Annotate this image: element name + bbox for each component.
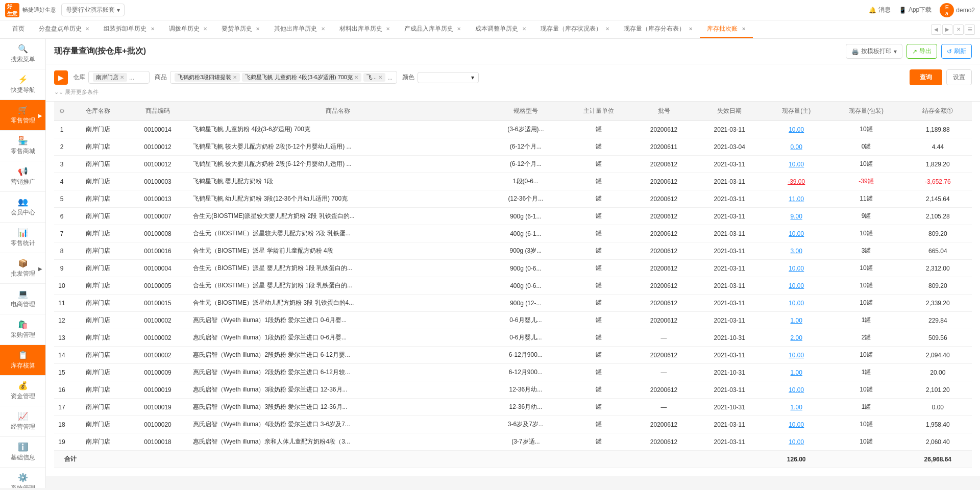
close-icon[interactable]: ✕ xyxy=(457,26,461,32)
tab-assembly-history[interactable]: 组装拆卸单历史 ✕ xyxy=(96,20,161,38)
close-icon[interactable]: ✕ xyxy=(742,26,746,32)
refresh-button[interactable]: ↺ 刷新 xyxy=(941,44,972,59)
sidebar-item-retail-stats[interactable]: 📊 零售统计 xyxy=(0,223,45,253)
tab-batch-account[interactable]: 库存批次账 ✕ xyxy=(700,20,752,38)
row-code: 00100003 xyxy=(127,173,189,190)
sidebar-item-basics[interactable]: ℹ️ 基础信息 xyxy=(0,437,45,468)
tab-material-outbound[interactable]: 材料出库单历史 ✕ xyxy=(332,20,397,38)
row-qty-pkg: 10罐 xyxy=(828,277,903,295)
sidebar-item-marketing[interactable]: 📢 营销推广 xyxy=(0,161,45,192)
expand-button[interactable]: ⌄⌄ 展开更多条件 xyxy=(54,88,972,96)
sidebar-item-retail[interactable]: 🛒 零售管理 ▶ xyxy=(0,100,45,131)
close-icon[interactable]: ✕ xyxy=(256,26,260,32)
query-button[interactable]: 查询 xyxy=(910,69,942,85)
chevron-down-icon: ▾ xyxy=(117,7,120,14)
warehouse-tags[interactable]: 南岸门店 ✕ ... xyxy=(88,71,150,84)
col-settings[interactable]: ⚙ xyxy=(54,102,69,121)
filter-dots-goods[interactable]: ... xyxy=(387,74,393,81)
goods-tag-3: 飞... ✕ xyxy=(363,73,385,82)
tab-other-outbound[interactable]: 其他出库单历史 ✕ xyxy=(267,20,332,38)
close-icon[interactable]: ✕ xyxy=(203,26,207,32)
row-qty-main[interactable]: 11.00 xyxy=(764,190,828,208)
row-qty-main[interactable]: 10.00 xyxy=(764,277,828,295)
clipboard-icon: 📋 xyxy=(3,350,42,360)
row-qty-main[interactable]: 2.00 xyxy=(764,329,828,347)
sidebar-item-members[interactable]: 👥 会员中心 xyxy=(0,192,45,223)
row-qty-main[interactable]: 10.00 xyxy=(764,225,828,242)
tag-close-icon[interactable]: ✕ xyxy=(378,75,382,80)
row-batch: 20200612 xyxy=(633,312,695,329)
close-icon[interactable]: ✕ xyxy=(522,26,526,32)
user-profile[interactable]: Ea demo2 xyxy=(940,3,975,17)
print-button[interactable]: 🖨️ 按模板打印 ▾ xyxy=(846,44,902,59)
export-button[interactable]: ↗ 导出 xyxy=(906,44,937,59)
color-input[interactable]: ▾ xyxy=(418,72,479,83)
row-qty-main[interactable]: 9.00 xyxy=(764,208,828,225)
sidebar-item-shop[interactable]: 🏪 零售商城 xyxy=(0,131,45,161)
row-qty-main[interactable]: 10.00 xyxy=(764,121,828,138)
nav-prev-arrow[interactable]: ◀ xyxy=(931,24,941,35)
sidebar-item-ecommerce[interactable]: 💻 电商管理 xyxy=(0,284,45,314)
filter-dots[interactable]: ... xyxy=(129,74,134,81)
close-icon[interactable]: ✕ xyxy=(85,26,89,32)
table-row: 6 南岸门店 00100007 合生元(BIOSTIME)派星较大婴儿配方奶粉 … xyxy=(54,208,972,225)
close-icon[interactable]: ✕ xyxy=(689,26,693,32)
row-qty-main[interactable]: 10.00 xyxy=(764,347,828,364)
nav-menu-icon[interactable]: ☰ xyxy=(965,24,975,35)
goods-tag-1: 飞鹤奶粉3段四罐提装 ✕ xyxy=(175,73,240,82)
close-icon[interactable]: ✕ xyxy=(321,26,325,32)
sidebar-item-inventory[interactable]: 📋 库存核算 xyxy=(0,345,45,376)
tag-close-icon[interactable]: ✕ xyxy=(354,75,358,80)
row-warehouse: 南岸门店 xyxy=(69,225,127,242)
expand-arrow-button[interactable]: ▶ xyxy=(54,70,68,85)
row-qty-main[interactable]: -39.00 xyxy=(764,173,828,190)
nav-close-all[interactable]: ✕ xyxy=(953,24,964,35)
close-icon[interactable]: ✕ xyxy=(151,26,155,32)
tab-stocktake-history[interactable]: 分盘盘点单历史 ✕ xyxy=(32,20,96,38)
app-download-button[interactable]: 📱 App下载 xyxy=(899,6,932,14)
row-qty-main[interactable]: 10.00 xyxy=(764,260,828,277)
close-icon[interactable]: ✕ xyxy=(605,26,609,32)
row-qty-main[interactable]: 1.00 xyxy=(764,312,828,329)
tag-close-icon[interactable]: ✕ xyxy=(233,75,237,80)
tab-product-inbound[interactable]: 产成品入库单历史 ✕ xyxy=(397,20,468,38)
row-qty-main[interactable]: 10.00 xyxy=(764,295,828,312)
close-icon[interactable]: ✕ xyxy=(386,26,390,32)
col-qty-pkg: 现存量(包装) xyxy=(828,102,903,121)
setting-button[interactable]: 设置 xyxy=(946,69,972,85)
row-expire: 2021-03-11 xyxy=(695,347,764,364)
row-code: 00100009 xyxy=(127,364,189,381)
tab-order-history[interactable]: 要货单历史 ✕ xyxy=(214,20,267,38)
tab-transfer-history[interactable]: 调拨单历史 ✕ xyxy=(162,20,214,38)
sidebar-item-quicknav[interactable]: ⚡ 快捷导航 xyxy=(0,69,45,100)
row-qty-main[interactable]: 1.00 xyxy=(764,364,828,381)
sidebar-item-search[interactable]: 🔍 搜索菜单 xyxy=(0,39,45,69)
row-amount: 4.44 xyxy=(904,138,972,156)
goods-tags[interactable]: 飞鹤奶粉3段四罐提装 ✕ 飞鹤星飞帆 儿童奶粉 4段(3-6岁适用) 700克 … xyxy=(170,71,397,84)
row-qty-main[interactable]: 10.00 xyxy=(764,381,828,399)
row-qty-main[interactable]: 10.00 xyxy=(764,156,828,173)
tab-home[interactable]: 首页 xyxy=(5,20,32,38)
account-dropdown[interactable]: 母婴行业演示账套 ▾ xyxy=(61,4,125,16)
row-qty-main[interactable]: 0.00 xyxy=(764,138,828,156)
nav-next-arrow[interactable]: ▶ xyxy=(942,24,952,35)
sidebar-item-finance[interactable]: 💰 资金管理 xyxy=(0,376,45,406)
sidebar-item-system[interactable]: ⚙️ 系统管理 xyxy=(0,468,45,488)
settings-icon[interactable]: ⚙ xyxy=(59,108,65,115)
row-code: 00100014 xyxy=(127,121,189,138)
sidebar-item-purchase[interactable]: 🛍️ 采购管理 xyxy=(0,314,45,345)
sidebar-item-wholesale[interactable]: 📦 批发管理 ▶ xyxy=(0,253,45,284)
messages-button[interactable]: 🔔 消息 xyxy=(869,6,891,14)
row-spec: 0-6月婴儿... xyxy=(486,329,565,347)
row-qty-main[interactable]: 10.00 xyxy=(764,416,828,433)
row-qty-main[interactable]: 10.00 xyxy=(764,433,828,451)
chevron-down-icon: ▾ xyxy=(894,48,897,55)
row-qty-main[interactable]: 3.00 xyxy=(764,242,828,260)
sidebar-item-operations[interactable]: 📈 经营管理 xyxy=(0,406,45,437)
tab-stock-status[interactable]: 现存量（库存状况表） ✕ xyxy=(533,20,617,38)
tab-stock-dist[interactable]: 现存量（库存分布表） ✕ xyxy=(617,20,700,38)
row-qty-main[interactable]: 1.00 xyxy=(764,399,828,416)
row-batch: — xyxy=(633,399,695,416)
tab-cost-adjust[interactable]: 成本调整单历史 ✕ xyxy=(468,20,533,38)
tag-close-icon[interactable]: ✕ xyxy=(120,75,124,80)
